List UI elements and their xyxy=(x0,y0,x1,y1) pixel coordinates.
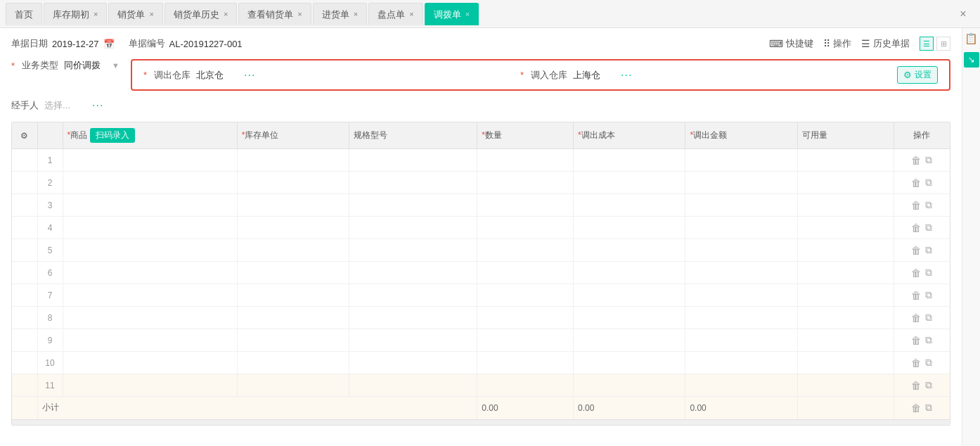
row-product-cell[interactable] xyxy=(63,172,237,194)
row-spec-cell[interactable] xyxy=(349,239,477,262)
row-copy-icon[interactable]: ⧉ xyxy=(925,154,932,166)
table-scroll[interactable]: ⚙ *商品 扫码录入 *库存单位 规格型号 xyxy=(12,122,950,419)
row-unit-cell[interactable] xyxy=(237,194,349,217)
row-product-cell[interactable] xyxy=(63,217,237,239)
row-delete-icon[interactable]: 🗑 xyxy=(911,267,921,279)
row-copy-icon[interactable]: ⧉ xyxy=(925,312,932,324)
row-delete-icon[interactable]: 🗑 xyxy=(911,380,921,391)
row-qty-cell[interactable] xyxy=(477,329,574,352)
row-delete-icon[interactable]: 🗑 xyxy=(911,290,921,301)
row-spec-cell[interactable] xyxy=(349,172,477,194)
row-avail-cell[interactable] xyxy=(797,284,894,307)
row-copy-icon[interactable]: ⧉ xyxy=(925,379,932,391)
row-product-cell[interactable] xyxy=(63,239,237,262)
row-cost-cell[interactable] xyxy=(574,329,685,352)
row-amount-cell[interactable] xyxy=(685,284,797,307)
row-cost-cell[interactable] xyxy=(574,194,685,217)
row-amount-cell[interactable] xyxy=(685,194,797,217)
row-copy-icon[interactable]: ⧉ xyxy=(925,199,932,211)
row-copy-icon[interactable]: ⧉ xyxy=(925,357,932,369)
row-cost-cell[interactable] xyxy=(574,262,685,284)
tab-inventory-init[interactable]: 库存期初 × xyxy=(44,3,107,25)
tab-stocktake[interactable]: 盘点单 × xyxy=(368,3,423,25)
row-avail-cell[interactable] xyxy=(797,172,894,194)
row-unit-cell[interactable] xyxy=(237,374,349,397)
tab-purchase[interactable]: 进货单 × xyxy=(313,3,367,25)
tab-transfer[interactable]: 调拨单 × xyxy=(425,3,479,25)
row-copy-icon[interactable]: ⧉ xyxy=(925,267,932,279)
handler-select[interactable]: 选择... xyxy=(44,99,86,112)
handler-more-button[interactable]: ··· xyxy=(92,99,103,112)
row-avail-cell[interactable] xyxy=(797,374,894,397)
row-cost-cell[interactable] xyxy=(574,374,685,397)
row-delete-icon[interactable]: 🗑 xyxy=(911,312,921,324)
row-amount-cell[interactable] xyxy=(685,262,797,284)
tab-purchase-close[interactable]: × xyxy=(354,11,358,18)
subtotal-copy-icon[interactable]: ⧉ xyxy=(925,402,932,414)
row-delete-icon[interactable]: 🗑 xyxy=(911,222,921,234)
row-amount-cell[interactable] xyxy=(685,239,797,262)
row-amount-cell[interactable] xyxy=(685,217,797,239)
row-avail-cell[interactable] xyxy=(797,217,894,239)
view-grid-button[interactable]: ⊞ xyxy=(936,37,950,51)
row-unit-cell[interactable] xyxy=(237,239,349,262)
row-qty-cell[interactable] xyxy=(477,352,574,374)
row-avail-cell[interactable] xyxy=(797,149,894,172)
row-product-cell[interactable] xyxy=(63,307,237,329)
row-copy-icon[interactable]: ⧉ xyxy=(925,289,932,301)
row-cost-cell[interactable] xyxy=(574,307,685,329)
row-product-cell[interactable] xyxy=(63,284,237,307)
row-avail-cell[interactable] xyxy=(797,307,894,329)
horizontal-scrollbar[interactable] xyxy=(12,419,950,425)
subtotal-delete-icon[interactable]: 🗑 xyxy=(911,402,921,414)
row-amount-cell[interactable] xyxy=(685,172,797,194)
row-unit-cell[interactable] xyxy=(237,284,349,307)
row-unit-cell[interactable] xyxy=(237,149,349,172)
row-spec-cell[interactable] xyxy=(349,149,477,172)
col-settings-header[interactable]: ⚙ xyxy=(12,122,37,149)
shortcut-button[interactable]: ⌨ 快捷键 xyxy=(769,37,813,50)
tab-sales-order-close[interactable]: × xyxy=(149,11,153,18)
operation-button[interactable]: ⠿ 操作 xyxy=(823,37,851,50)
row-copy-icon[interactable]: ⧉ xyxy=(925,222,932,234)
view-list-button[interactable]: ☰ xyxy=(920,37,934,51)
row-cost-cell[interactable] xyxy=(574,239,685,262)
row-amount-cell[interactable] xyxy=(685,329,797,352)
row-unit-cell[interactable] xyxy=(237,329,349,352)
row-qty-cell[interactable] xyxy=(477,262,574,284)
row-spec-cell[interactable] xyxy=(349,352,477,374)
row-avail-cell[interactable] xyxy=(797,352,894,374)
tab-sales-history-close[interactable]: × xyxy=(224,11,228,18)
row-spec-cell[interactable] xyxy=(349,284,477,307)
row-qty-cell[interactable] xyxy=(477,284,574,307)
row-spec-cell[interactable] xyxy=(349,307,477,329)
row-product-cell[interactable] xyxy=(63,149,237,172)
row-unit-cell[interactable] xyxy=(237,172,349,194)
row-amount-cell[interactable] xyxy=(685,374,797,397)
row-spec-cell[interactable] xyxy=(349,374,477,397)
row-unit-cell[interactable] xyxy=(237,217,349,239)
tab-sales-history[interactable]: 销货单历史 × xyxy=(165,3,237,25)
row-delete-icon[interactable]: 🗑 xyxy=(911,177,921,189)
row-cost-cell[interactable] xyxy=(574,149,685,172)
row-delete-icon[interactable]: 🗑 xyxy=(911,200,921,211)
row-unit-cell[interactable] xyxy=(237,307,349,329)
row-qty-cell[interactable] xyxy=(477,217,574,239)
row-copy-icon[interactable]: ⧉ xyxy=(925,177,932,189)
sidebar-note-icon[interactable]: 📋 xyxy=(965,32,978,45)
row-spec-cell[interactable] xyxy=(349,262,477,284)
row-copy-icon[interactable]: ⧉ xyxy=(925,244,932,256)
row-amount-cell[interactable] xyxy=(685,307,797,329)
row-product-cell[interactable] xyxy=(63,374,237,397)
col-settings-icon[interactable]: ⚙ xyxy=(20,131,28,141)
row-copy-icon[interactable]: ⧉ xyxy=(925,334,932,346)
row-product-cell[interactable] xyxy=(63,352,237,374)
tab-transfer-close[interactable]: × xyxy=(465,11,470,18)
row-amount-cell[interactable] xyxy=(685,149,797,172)
row-cost-cell[interactable] xyxy=(574,284,685,307)
row-delete-icon[interactable]: 🗑 xyxy=(911,335,921,346)
row-delete-icon[interactable]: 🗑 xyxy=(911,357,921,369)
tab-view-sales[interactable]: 查看销货单 × xyxy=(238,3,311,25)
row-spec-cell[interactable] xyxy=(349,217,477,239)
warehouse-out-more-button[interactable]: ··· xyxy=(244,69,255,82)
